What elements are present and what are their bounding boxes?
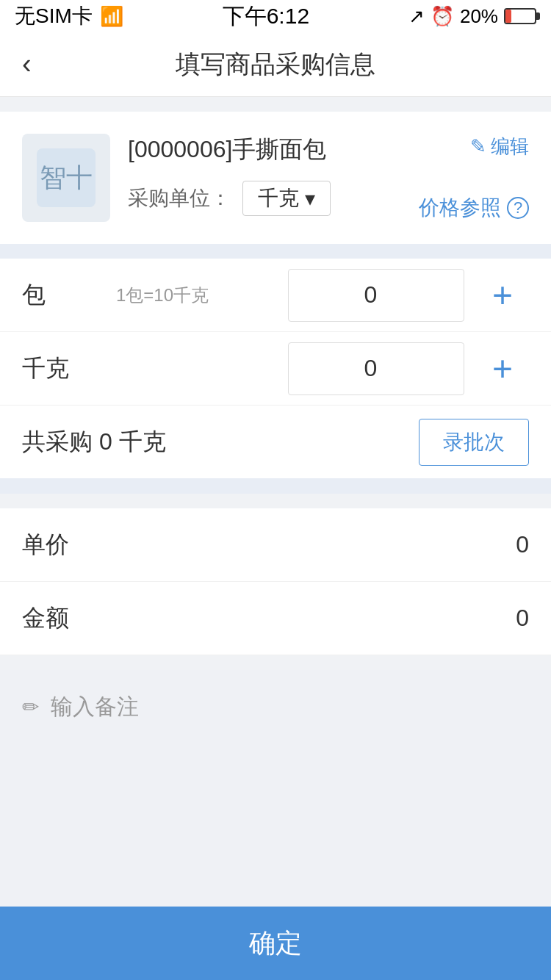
battery-percent: 20%	[460, 5, 498, 28]
unit-value: 千克	[258, 184, 299, 212]
bag-input-wrap: +	[209, 269, 529, 322]
kg-input[interactable]	[288, 342, 464, 395]
back-button[interactable]: ‹	[22, 48, 32, 80]
unit-price-label: 单价	[22, 529, 516, 561]
carrier-label: 无SIM卡	[15, 2, 93, 30]
battery-icon	[504, 8, 536, 24]
bag-label: 包	[22, 279, 110, 311]
purchase-unit-label: 采购单位：	[128, 184, 231, 212]
edit-label: 编辑	[491, 134, 529, 159]
input-section: 包 1包=10千克 + 千克 +	[0, 259, 551, 406]
status-time: 下午6:12	[223, 1, 309, 32]
product-placeholder: 智十	[37, 148, 96, 207]
remark-section[interactable]: ✏ 输入备注	[0, 670, 551, 744]
bag-input-row: 包 1包=10千克 +	[0, 259, 551, 332]
status-left: 无SIM卡 📶	[15, 2, 123, 30]
location-icon: ↗	[408, 5, 425, 28]
kg-input-wrap: +	[110, 342, 529, 395]
bag-input[interactable]	[288, 269, 464, 322]
edit-button[interactable]: ✎ 编辑	[470, 134, 529, 159]
price-ref-label: 价格参照	[419, 194, 501, 222]
product-name: [0000006]手撕面包	[128, 134, 529, 166]
amount-row: 金额 0	[0, 582, 551, 655]
remark-placeholder: 输入备注	[51, 692, 139, 722]
pencil-icon: ✏	[22, 695, 39, 719]
wifi-icon: 📶	[100, 5, 123, 28]
kg-label: 千克	[22, 353, 110, 385]
section-divider-2	[0, 479, 551, 494]
nav-bar: ‹ 填写商品采购信息	[0, 32, 551, 97]
confirm-button[interactable]: 确定	[0, 907, 551, 980]
info-icon: ?	[507, 197, 529, 219]
dropdown-arrow: ▾	[305, 187, 315, 211]
svg-text:智十: 智十	[40, 162, 93, 192]
amount-value: 0	[516, 605, 529, 632]
product-image: 智十	[22, 134, 110, 222]
section-divider-1	[0, 244, 551, 259]
unit-price-value: 0	[516, 531, 529, 558]
product-card: 智十 [0000006]手撕面包 采购单位： 千克 ▾ ✎ 编辑 价格参照 ?	[0, 112, 551, 244]
unit-dropdown[interactable]: 千克 ▾	[242, 181, 331, 216]
batch-button[interactable]: 录批次	[419, 419, 529, 466]
amount-label: 金额	[22, 602, 516, 635]
status-bar: 无SIM卡 📶 下午6:12 ↗ ⏰ 20%	[0, 0, 551, 32]
price-section: 单价 0 金额 0	[0, 508, 551, 655]
alarm-icon: ⏰	[431, 5, 454, 28]
bag-sub-label: 1包=10千克	[116, 284, 209, 307]
edit-icon: ✎	[470, 135, 486, 158]
total-row: 共采购 0 千克 录批次	[0, 406, 551, 479]
bag-plus-button[interactable]: +	[476, 269, 529, 322]
price-reference-button[interactable]: 价格参照 ?	[419, 194, 529, 222]
status-right: ↗ ⏰ 20%	[408, 5, 536, 28]
kg-plus-button[interactable]: +	[476, 342, 529, 395]
total-label: 共采购 0 千克	[22, 426, 419, 458]
unit-price-row: 单价 0	[0, 508, 551, 582]
page-title: 填写商品采购信息	[176, 48, 375, 82]
kg-input-row: 千克 +	[0, 332, 551, 406]
